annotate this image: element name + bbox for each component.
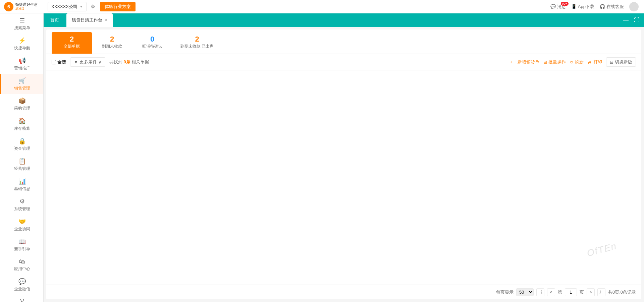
found-suffix: 相关单据 bbox=[131, 59, 149, 64]
select-all-checkbox[interactable] bbox=[52, 60, 56, 64]
search-menu-icon: ☰ bbox=[19, 17, 25, 24]
page-last-button[interactable]: 》 bbox=[597, 288, 605, 296]
sidebar-item-inventory[interactable]: 🏠 库存核算 bbox=[0, 114, 43, 134]
sidebar-item-newbie[interactable]: 📖 新手引导 bbox=[0, 235, 43, 255]
page-suffix: 页 bbox=[580, 289, 584, 295]
found-count: 0条 bbox=[124, 59, 130, 64]
tab-home[interactable]: 首页 bbox=[44, 13, 66, 27]
sidebar-item-wechat[interactable]: 💬 企业微信 bbox=[0, 275, 43, 295]
trial-button[interactable]: 体验行业方案 bbox=[100, 2, 136, 11]
top-right-area: 💬 消息 99+ 📱 App下载 🎧 在线客服 bbox=[550, 2, 640, 11]
sidebar-item-search-menu[interactable]: ☰ 搜索菜单 bbox=[0, 13, 43, 34]
settings-icon[interactable]: ⚙ bbox=[89, 2, 97, 11]
tab-bar: 首页 钱货日清工作台 × — ⛶ bbox=[44, 13, 644, 27]
sidebar-item-label: 应用中心 bbox=[14, 266, 30, 272]
operation-icon: 📋 bbox=[18, 158, 26, 165]
app-download-button[interactable]: 📱 App下载 bbox=[571, 4, 594, 10]
stat-tab-overdue-out[interactable]: 2 到期未收款 已出库 bbox=[172, 32, 222, 54]
sidebar-item-member[interactable]: V 畅会员 bbox=[0, 295, 43, 302]
sidebar-item-purchase[interactable]: 📦 采购管理 bbox=[0, 94, 43, 114]
sidebar-item-label: 资金管理 bbox=[14, 146, 30, 152]
page-word: 第 bbox=[558, 289, 562, 295]
stat-number-pending: 0 bbox=[150, 35, 154, 44]
logo-area: 6 畅捷通好生意 标准版 bbox=[4, 2, 48, 11]
sidebar: ☰ 搜索菜单 ⚡ 快捷导航 📢 营销推广 🛒 销售管理 📦 采购管理 🏠 库存核… bbox=[0, 13, 44, 302]
page-first-button[interactable]: 《 bbox=[536, 288, 544, 296]
sidebar-item-system[interactable]: ⚙ 系统管理 bbox=[0, 194, 43, 215]
sidebar-item-label: 营销推广 bbox=[14, 65, 30, 71]
select-all-area[interactable]: 全选 bbox=[52, 59, 66, 65]
select-all-label: 全选 bbox=[57, 59, 66, 65]
page-number-input[interactable] bbox=[565, 288, 577, 296]
sidebar-item-enterprise[interactable]: 🤝 企业协同 bbox=[0, 215, 43, 235]
message-icon: 💬 bbox=[550, 4, 556, 9]
stats-tabs: 2 全部单据 2 到期未收款 0 旺辅待确认 2 到期未收款 已出库 bbox=[46, 29, 641, 54]
add-order-button[interactable]: + + 新增销货单 bbox=[510, 59, 539, 65]
sidebar-item-capital[interactable]: 🔒 资金管理 bbox=[0, 134, 43, 154]
capital-icon: 🔒 bbox=[18, 137, 26, 145]
enterprise-icon: 🤝 bbox=[18, 218, 26, 225]
stat-tab-pending[interactable]: 0 旺辅待确认 bbox=[132, 32, 172, 54]
per-page-label: 每页显示 bbox=[496, 289, 514, 295]
purchase-icon: 📦 bbox=[18, 97, 26, 105]
tab-minimize-icon[interactable]: — bbox=[622, 16, 630, 24]
sidebar-item-label: 采购管理 bbox=[14, 106, 30, 111]
system-icon: ⚙ bbox=[19, 198, 25, 205]
batch-button[interactable]: ⊞ 批量操作 bbox=[543, 59, 566, 65]
stat-label-overdue-out: 到期未收款 已出库 bbox=[180, 44, 214, 49]
sidebar-item-operation[interactable]: 📋 经营管理 bbox=[0, 154, 43, 174]
found-prefix: 共找到 bbox=[109, 59, 122, 64]
stat-number-overdue: 2 bbox=[110, 35, 114, 44]
content-area: 2 全部单据 2 到期未收款 0 旺辅待确认 2 到期未收款 已出库 bbox=[44, 27, 644, 302]
refresh-icon: ↻ bbox=[570, 60, 574, 65]
user-avatar-area[interactable] bbox=[629, 2, 640, 11]
app-badge: 标准版 bbox=[15, 7, 38, 11]
company-name: XXXXXX公司 bbox=[51, 4, 77, 10]
tab-maximize-icon[interactable]: ⛶ bbox=[633, 16, 641, 24]
page-prev-button[interactable]: < bbox=[547, 288, 555, 296]
batch-label: 批量操作 bbox=[548, 59, 566, 65]
sidebar-item-app-center[interactable]: 🛍 应用中心 bbox=[0, 255, 43, 275]
filter-icon: ▼ bbox=[74, 60, 78, 65]
sidebar-item-label: 系统管理 bbox=[14, 206, 30, 212]
filter-button[interactable]: ▼ 更多条件 ∨ bbox=[70, 57, 105, 67]
right-content: 首页 钱货日清工作台 × — ⛶ 2 全部单据 2 bbox=[44, 13, 644, 302]
refresh-button[interactable]: ↻ 刷新 bbox=[570, 59, 584, 65]
stat-tab-overdue[interactable]: 2 到期未收款 bbox=[92, 32, 132, 54]
app-name: 畅捷通好生意 bbox=[15, 2, 38, 7]
tab-active-label: 钱货日清工作台 bbox=[72, 17, 102, 23]
sidebar-item-marketing[interactable]: 📢 营销推广 bbox=[0, 54, 43, 74]
app-center-icon: 🛍 bbox=[19, 258, 25, 265]
tab-active[interactable]: 钱货日清工作台 × bbox=[66, 13, 113, 27]
print-button[interactable]: 🖨 打印 bbox=[588, 59, 602, 65]
sidebar-item-label: 新手引导 bbox=[14, 246, 30, 252]
pagination: 每页显示 50 10 20 100 《 < 第 页 > 》 共0页,0条记录 bbox=[46, 285, 641, 299]
company-selector[interactable]: XXXXXX公司 ▼ bbox=[48, 2, 87, 11]
message-button[interactable]: 💬 消息 99+ bbox=[550, 4, 566, 10]
sidebar-item-label: 企业微信 bbox=[14, 286, 30, 292]
switch-label: 切换新版 bbox=[615, 59, 632, 65]
sidebar-item-label: 库存核算 bbox=[14, 126, 30, 131]
page-next-button[interactable]: > bbox=[587, 288, 595, 296]
toolbar: 全选 ▼ 更多条件 ∨ 共找到 0条 相关单据 bbox=[46, 54, 641, 70]
sidebar-item-quick-nav[interactable]: ⚡ 快捷导航 bbox=[0, 34, 43, 54]
page-size-select[interactable]: 50 10 20 100 bbox=[516, 288, 534, 296]
member-icon: V bbox=[20, 298, 24, 302]
print-label: 打印 bbox=[593, 59, 602, 65]
refresh-label: 刷新 bbox=[575, 59, 584, 65]
wechat-icon: 💬 bbox=[18, 278, 26, 285]
inventory-icon: 🏠 bbox=[18, 117, 26, 125]
stat-label-overdue: 到期未收款 bbox=[102, 44, 122, 49]
tab-close-icon[interactable]: × bbox=[105, 18, 107, 22]
switch-version-button[interactable]: ⊟ 切换新版 bbox=[606, 57, 636, 67]
download-icon: 📱 bbox=[571, 4, 577, 9]
sidebar-item-sales[interactable]: 🛒 销售管理 bbox=[0, 74, 43, 94]
stat-number-overdue-out: 2 bbox=[195, 35, 199, 44]
total-records-label: 共0页,0条记录 bbox=[608, 289, 636, 295]
stat-tab-all[interactable]: 2 全部单据 bbox=[52, 32, 92, 54]
top-bar: 6 畅捷通好生意 标准版 XXXXXX公司 ▼ ⚙ 体验行业方案 💬 消息 99… bbox=[0, 0, 644, 13]
stat-label-all: 全部单据 bbox=[64, 44, 80, 49]
online-service-button[interactable]: 🎧 在线客服 bbox=[600, 4, 624, 10]
sidebar-item-basic-info[interactable]: 📊 基础信息 bbox=[0, 174, 43, 194]
quick-nav-icon: ⚡ bbox=[18, 37, 26, 44]
